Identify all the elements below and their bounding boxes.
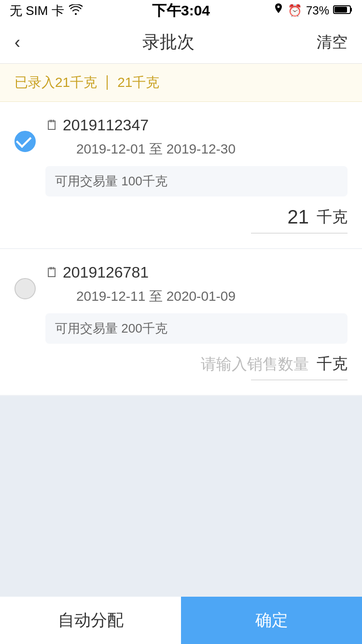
batch2-id-row: 🗒 2019126781 <box>45 264 348 281</box>
batch2-radio[interactable] <box>14 278 36 299</box>
batch2-id-icon: 🗒 <box>45 265 59 280</box>
batch2-card: 🗒 2019126781 2019-12-11 至 2020-01-09 可用交… <box>0 249 362 395</box>
nav-bar: ‹ 录批次 清空 <box>0 21 362 64</box>
alarm-icon: ⏰ <box>288 4 302 17</box>
batch2-content: 🗒 2019126781 2019-12-11 至 2020-01-09 可用交… <box>45 264 348 344</box>
status-time: 下午3:04 <box>152 1 210 21</box>
batch2-unit: 千克 <box>317 353 348 375</box>
svg-rect-1 <box>350 8 352 12</box>
page-title: 录批次 <box>142 30 195 54</box>
batch1-id-row: 🗒 2019112347 <box>45 116 348 134</box>
batch1-divider <box>251 233 348 234</box>
batch2-divider <box>251 379 348 380</box>
batch2-id: 2019126781 <box>63 264 149 281</box>
amount-label: 21千克 <box>117 73 159 92</box>
batch1-content: 🗒 2019112347 2019-12-01 至 2019-12-30 可用交… <box>45 116 348 196</box>
status-left: 无 SIM 卡 <box>10 2 83 19</box>
battery-icon <box>333 4 352 17</box>
batch1-quantity-row: 21 千克 <box>0 196 362 228</box>
status-bar: 无 SIM 卡 下午3:04 ⏰ 73% <box>0 0 362 21</box>
batch1-quantity-unit: 千克 <box>317 207 348 228</box>
batch1-date: 2019-12-01 至 2019-12-30 <box>76 140 348 158</box>
batch1-row: 🗒 2019112347 2019-12-01 至 2019-12-30 可用交… <box>0 102 362 196</box>
banner-divider <box>107 75 108 90</box>
batch1-quantity-value: 21 <box>288 206 309 228</box>
info-banner: 已录入21千克 21千克 <box>0 64 362 102</box>
batch1-radio[interactable] <box>14 131 36 152</box>
recorded-label: 已录入21千克 <box>14 73 97 92</box>
back-button[interactable]: ‹ <box>14 32 20 53</box>
batch2-date: 2019-12-11 至 2020-01-09 <box>76 287 348 306</box>
svg-rect-2 <box>334 7 347 13</box>
batch2-availability: 可用交易量 200千克 <box>45 313 348 344</box>
bottom-bar: 自动分配 确定 <box>0 597 362 644</box>
confirm-button[interactable]: 确定 <box>181 597 362 644</box>
batch2-quantity-input[interactable] <box>164 355 309 373</box>
carrier-text: 无 SIM 卡 <box>10 2 64 19</box>
batch2-row: 🗒 2019126781 2019-12-11 至 2020-01-09 可用交… <box>0 249 362 344</box>
location-icon <box>273 3 284 18</box>
battery-text: 73% <box>306 4 329 17</box>
clear-button[interactable]: 清空 <box>317 32 348 53</box>
content-wrapper: 🗒 2019112347 2019-12-01 至 2019-12-30 可用交… <box>0 102 362 635</box>
batch1-card: 🗒 2019112347 2019-12-01 至 2019-12-30 可用交… <box>0 102 362 248</box>
status-right: ⏰ 73% <box>273 3 352 18</box>
batch1-availability: 可用交易量 100千克 <box>45 166 348 196</box>
wifi-icon <box>69 3 83 18</box>
auto-distribute-button[interactable]: 自动分配 <box>0 597 181 644</box>
batch2-input-row: 千克 <box>0 344 362 375</box>
batch1-id: 2019112347 <box>63 116 149 134</box>
batch1-id-icon: 🗒 <box>45 117 59 133</box>
